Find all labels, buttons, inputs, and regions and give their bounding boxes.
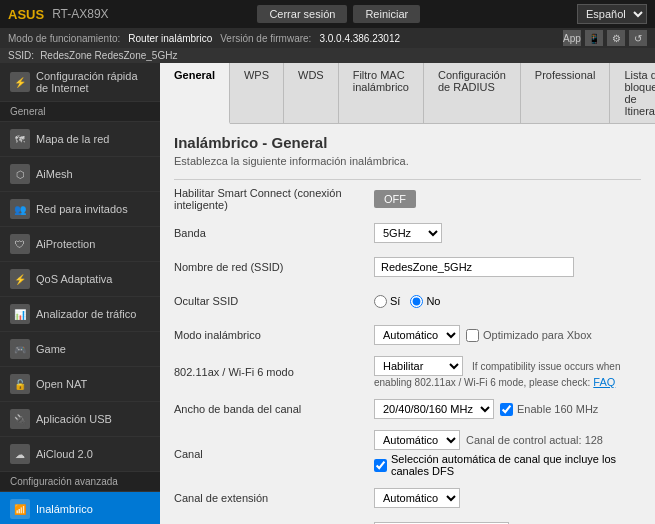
wireless-mode-label: Modo inalámbrico [174, 329, 374, 341]
wireless-mode-row: Modo inalámbrico Automático Optimizado p… [174, 322, 641, 348]
xbox-optimized-text: Optimizado para Xbox [483, 329, 592, 341]
info-bar: Modo de funcionamiento: Router inalámbri… [0, 28, 655, 48]
wifi6-control: Habilitar Deshabilitar If compatibility … [374, 356, 641, 388]
dfs-checkbox[interactable] [374, 459, 387, 472]
channel-select[interactable]: Automático [374, 430, 460, 450]
channel-control: Automático Canal de control actual: 128 … [374, 430, 641, 477]
channel-label: Canal [174, 448, 374, 460]
logo: ASUS [8, 7, 44, 22]
quick-config-icon: ⚡ [10, 72, 30, 92]
content-area: General WPS WDS Filtro MAC inalámbrico C… [160, 63, 655, 524]
sidebar-item-network-map[interactable]: 🗺 Mapa de la red [0, 122, 160, 157]
sidebar-item-open-nat[interactable]: 🔓 Open NAT [0, 367, 160, 402]
wifi6-faq-link[interactable]: FAQ [593, 376, 615, 388]
sidebar-item-game[interactable]: 🎮 Game [0, 332, 160, 367]
extension-channel-label: Canal de extensión [174, 492, 374, 504]
banda-select[interactable]: 5GHz 2.4GHz [374, 223, 442, 243]
firmware-label: Versión de firmware: [220, 33, 311, 44]
wireless-mode-select[interactable]: Automático [374, 325, 460, 345]
sidebar-item-aimesh[interactable]: ⬡ AiMesh [0, 157, 160, 192]
sidebar-item-quick-config[interactable]: ⚡ Configuración rápida de Internet [0, 63, 160, 102]
banda-row: Banda 5GHz 2.4GHz [174, 220, 641, 246]
traffic-icon: 📊 [10, 304, 30, 324]
language-select[interactable]: Español [577, 4, 647, 24]
sidebar-aiprot-label: AiProtection [36, 238, 95, 250]
tab-mac-filter[interactable]: Filtro MAC inalámbrico [339, 63, 424, 123]
hide-ssid-row: Ocultar SSID Sí No [174, 288, 641, 314]
wifi6-select[interactable]: Habilitar Deshabilitar [374, 356, 463, 376]
bandwidth-select[interactable]: 20/40/80/160 MHz 20/40/80 MHz 20/40 MHz … [374, 399, 494, 419]
hide-ssid-no-radio[interactable] [410, 295, 423, 308]
smart-connect-label: Habilitar Smart Connect (conexión inteli… [174, 187, 374, 211]
sidebar-usb-label: Aplicación USB [36, 413, 112, 425]
sidebar-item-qos[interactable]: ⚡ QoS Adaptativa [0, 262, 160, 297]
restart-button[interactable]: Reiniciar [353, 5, 420, 23]
ssid-field-label: Nombre de red (SSID) [174, 261, 374, 273]
aicloud-icon: ☁ [10, 444, 30, 464]
tab-blocklist[interactable]: Lista de bloqueo de Itinerancia [610, 63, 655, 123]
model-name: RT-AX89X [52, 7, 108, 21]
sidebar-quick-label: Configuración rápida de Internet [36, 70, 150, 94]
sidebar-qos-label: QoS Adaptativa [36, 273, 112, 285]
banda-label: Banda [174, 227, 374, 239]
xbox-optimized-label[interactable]: Optimizado para Xbox [466, 329, 592, 342]
ssid-bar-value: RedesZone RedesZone_5GHz [40, 50, 177, 61]
icon-btn-3[interactable]: ↺ [629, 30, 647, 46]
guest-icon: 👥 [10, 199, 30, 219]
auth-method-row: Método de autenticación WPA3-Personal WP… [174, 519, 641, 524]
top-bar: ASUS RT-AX89X Cerrar sesión Reiniciar Es… [0, 0, 655, 28]
qos-icon: ⚡ [10, 269, 30, 289]
sidebar-item-aicloud[interactable]: ☁ AiCloud 2.0 [0, 437, 160, 472]
game-icon: 🎮 [10, 339, 30, 359]
sidebar-aimesh-label: AiMesh [36, 168, 73, 180]
sidebar-network-map-label: Mapa de la red [36, 133, 109, 145]
enable-160-checkbox[interactable] [500, 403, 513, 416]
tab-wds[interactable]: WDS [284, 63, 339, 123]
bandwidth-row: Ancho de banda del canal 20/40/80/160 MH… [174, 396, 641, 422]
sidebar-game-label: Game [36, 343, 66, 355]
ssid-field-control [374, 257, 641, 277]
smart-connect-control: OFF [374, 190, 641, 208]
sidebar-item-traffic[interactable]: 📊 Analizador de tráfico [0, 297, 160, 332]
tab-wps[interactable]: WPS [230, 63, 284, 123]
sidebar-section-general: General [0, 102, 160, 122]
sidebar-item-usb[interactable]: 🔌 Aplicación USB [0, 402, 160, 437]
wifi6-row: 802.11ax / Wi-Fi 6 modo Habilitar Deshab… [174, 356, 641, 388]
bandwidth-control: 20/40/80/160 MHz 20/40/80 MHz 20/40 MHz … [374, 399, 641, 419]
xbox-optimized-checkbox[interactable] [466, 329, 479, 342]
icon-bar: App 📱 ⚙ ↺ [563, 30, 647, 46]
sidebar-item-guest-network[interactable]: 👥 Red para invitados [0, 192, 160, 227]
divider-1 [174, 179, 641, 180]
mode-value: Router inalámbrico [128, 33, 212, 44]
tab-general[interactable]: General [160, 63, 230, 124]
sidebar-aicloud-label: AiCloud 2.0 [36, 448, 93, 460]
sidebar: ⚡ Configuración rápida de Internet Gener… [0, 63, 160, 524]
usb-icon: 🔌 [10, 409, 30, 429]
sidebar-item-wireless[interactable]: 📶 Inalámbrico [0, 492, 160, 524]
main-layout: ⚡ Configuración rápida de Internet Gener… [0, 63, 655, 524]
extension-channel-select[interactable]: Automático [374, 488, 460, 508]
sidebar-traffic-label: Analizador de tráfico [36, 308, 136, 320]
wifi6-label: 802.11ax / Wi-Fi 6 modo [174, 366, 374, 378]
ssid-input[interactable] [374, 257, 574, 277]
enable-160-label[interactable]: Enable 160 MHz [500, 403, 598, 416]
ssid-bar: SSID: RedesZone RedesZone_5GHz [0, 48, 655, 63]
icon-btn-1[interactable]: 📱 [585, 30, 603, 46]
page-subtitle: Establezca la siguiente información inal… [174, 155, 641, 167]
icon-btn-2[interactable]: ⚙ [607, 30, 625, 46]
bandwidth-label: Ancho de banda del canal [174, 403, 374, 415]
hide-ssid-no-label[interactable]: No [410, 295, 440, 308]
logout-button[interactable]: Cerrar sesión [257, 5, 347, 23]
tab-radius[interactable]: Configuración de RADIUS [424, 63, 521, 123]
sidebar-opennat-label: Open NAT [36, 378, 87, 390]
ssid-bar-label: SSID: [8, 50, 34, 61]
extension-channel-control: Automático [374, 488, 641, 508]
hide-ssid-si-radio[interactable] [374, 295, 387, 308]
tab-professional[interactable]: Professional [521, 63, 611, 123]
smart-connect-toggle[interactable]: OFF [374, 190, 416, 208]
dfs-row: Selección automática de canal que incluy… [374, 453, 641, 477]
hide-ssid-si-label[interactable]: Sí [374, 295, 400, 308]
sidebar-item-aiprotection[interactable]: 🛡 AiProtection [0, 227, 160, 262]
content-inner: Inalámbrico - General Establezca la sigu… [160, 124, 655, 524]
app-icon-btn[interactable]: App [563, 30, 581, 46]
